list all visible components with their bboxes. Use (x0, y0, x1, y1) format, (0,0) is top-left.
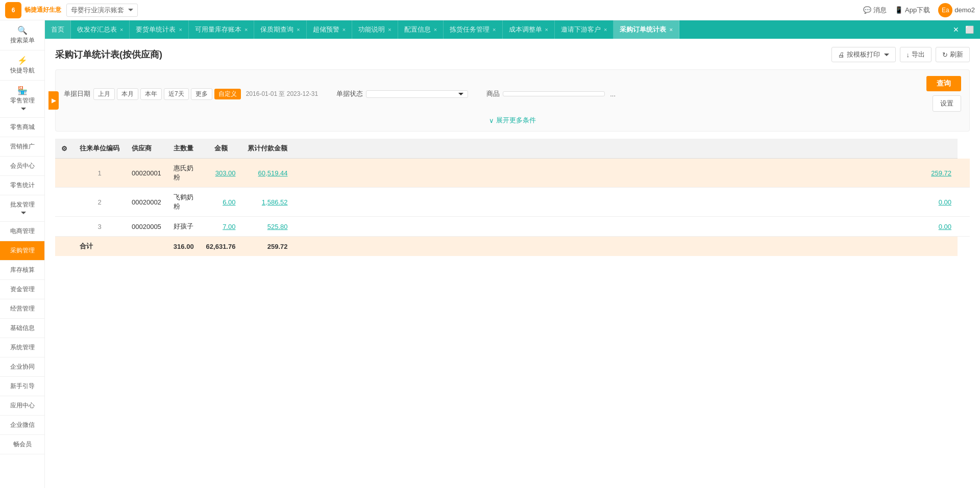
app-download-label: App下载 (905, 6, 930, 15)
footer-gear (55, 237, 74, 256)
expand-label: 展开更多条件 (496, 116, 536, 125)
tab-close-all-btn[interactable]: ✕ (951, 24, 961, 35)
sidebar-item-wholesale-mgmt[interactable]: 批发管理 (0, 195, 44, 222)
tab-config-info-close[interactable]: × (434, 27, 437, 33)
sidebar-item-retail-shop[interactable]: 零售商城 (0, 118, 44, 137)
filter-more-btn[interactable]: ... (608, 90, 618, 98)
col-supplier: 供应商 (126, 139, 167, 159)
sidebar-item-enterprise-wechat[interactable]: 企业微信 (0, 416, 44, 435)
tab-cost-adjust-close[interactable]: × (545, 27, 548, 33)
tab-goods-stats[interactable]: 要货单统计表 × (130, 20, 188, 39)
footer-qty: 316.00 (167, 237, 200, 256)
print-button[interactable]: 🖨 按模板打印 (831, 47, 896, 62)
sidebar-item-vip[interactable]: 畅会员 (0, 435, 44, 454)
sidebar-item-ecommerce[interactable]: 电商管理 (0, 222, 44, 241)
row-paid[interactable]: 0.00 (293, 188, 958, 217)
main-content: 首页 收发存汇总表 × 要货单统计表 × 可用量库存账本 × 保质期查询 × 超… (45, 20, 980, 488)
tab-invite-downstream-close[interactable]: × (604, 27, 607, 33)
tab-maximize-btn[interactable]: ⬜ (963, 24, 976, 35)
tab-invite-downstream[interactable]: 邀请下游客户 × (555, 20, 614, 39)
sidebar-item-retail-stats[interactable]: 零售统计 (0, 176, 44, 195)
date-btn-7days[interactable]: 近7天 (164, 88, 189, 100)
goods-filter-label: 商品 (486, 89, 500, 98)
filter-collapse-btn[interactable]: ▶ (48, 91, 59, 110)
settings-button[interactable]: 设置 (933, 95, 961, 112)
date-filter-label: 单据日期 (64, 89, 90, 98)
refresh-button[interactable]: ↻ 刷新 (936, 47, 970, 62)
tab-available-stock-close[interactable]: × (244, 27, 248, 33)
app-download-action[interactable]: 📱 App下载 (895, 6, 930, 15)
date-shortcuts: 上月 本月 本年 近7天 更多 自定义 (93, 88, 241, 100)
tab-warranty-close[interactable]: × (297, 27, 300, 33)
sidebar-item-system-label: 系统管理 (2, 343, 42, 352)
sidebar-item-inventory-check[interactable]: 库存核算 (0, 261, 44, 280)
sidebar-item-purchase-mgmt[interactable]: 采购管理 (0, 241, 44, 261)
tab-pick-task[interactable]: 拣货任务管理 × (444, 20, 502, 39)
date-btn-more[interactable]: 更多 (191, 88, 212, 100)
user-profile[interactable]: Ea demo2 (938, 3, 975, 17)
status-select[interactable] (366, 90, 468, 98)
tab-overstock[interactable]: 超储预警 × (307, 20, 352, 39)
goods-input[interactable] (503, 91, 605, 96)
sidebar-item-enterprise-collab[interactable]: 企业协同 (0, 357, 44, 377)
workspace-dropdown-icon (128, 9, 133, 11)
date-btn-this-year[interactable]: 本年 (140, 88, 162, 100)
date-btn-this-month[interactable]: 本月 (117, 88, 138, 100)
tab-purchase-stats-label: 采购订单统计表 (620, 25, 666, 34)
sidebar-item-system[interactable]: 系统管理 (0, 338, 44, 357)
sidebar-item-retail-mgmt-label: 零售管理 (2, 96, 42, 105)
page-header: 采购订单统计表(按供应商) 🖨 按模板打印 ↓ 导出 ↻ (55, 47, 970, 62)
sidebar-item-operation[interactable]: 经营管理 (0, 299, 44, 319)
sidebar-item-search[interactable]: 🔍 搜索菜单 (0, 20, 44, 50)
sidebar-item-retail-mgmt[interactable]: 🏪 零售管理 (0, 81, 44, 118)
tab-overstock-close[interactable]: × (342, 27, 346, 33)
export-button[interactable]: ↓ 导出 (900, 47, 932, 62)
tab-warranty-label: 保质期查询 (260, 25, 293, 34)
tab-pick-task-close[interactable]: × (493, 27, 496, 33)
date-start: 2016-01-01 (246, 90, 277, 97)
tab-purchase-stats[interactable]: 采购订单统计表 × (614, 20, 679, 39)
tab-function-desc-close[interactable]: × (388, 27, 391, 33)
message-action[interactable]: 💬 消息 (863, 6, 887, 15)
sidebar-item-basic-info-label: 基础信息 (2, 324, 42, 332)
tab-cost-adjust[interactable]: 成本调整单 × (503, 20, 555, 39)
row-num: 3 (74, 217, 126, 237)
sidebar-item-operation-label: 经营管理 (2, 304, 42, 313)
row-qty[interactable]: 7.00 (200, 217, 242, 237)
query-button[interactable]: 查询 (926, 76, 961, 91)
tab-warranty[interactable]: 保质期查询 × (254, 20, 306, 39)
sidebar-item-new-guide[interactable]: 新手引导 (0, 377, 44, 396)
sidebar-item-marketing[interactable]: 营销推广 (0, 137, 44, 157)
row-qty[interactable]: 6.00 (200, 188, 242, 217)
date-btn-last-month[interactable]: 上月 (93, 88, 115, 100)
tab-config-info[interactable]: 配置信息 × (398, 20, 444, 39)
sidebar-item-finance[interactable]: 资金管理 (0, 280, 44, 299)
row-paid[interactable]: 259.72 (293, 159, 958, 188)
row-qty[interactable]: 303.00 (200, 159, 242, 188)
col-extra (293, 139, 958, 159)
refresh-icon: ↻ (942, 51, 948, 59)
row-paid[interactable]: 0.00 (293, 217, 958, 237)
tab-purchase-stats-close[interactable]: × (669, 27, 672, 33)
sidebar-item-member-center[interactable]: 会员中心 (0, 157, 44, 176)
sidebar-item-purchase-mgmt-label: 采购管理 (2, 246, 42, 255)
tab-function-desc[interactable]: 功能说明 × (352, 20, 398, 39)
date-end: 2023-12-31 (287, 90, 318, 97)
row-amount[interactable]: 525.80 (241, 217, 293, 237)
tab-receipt-summary[interactable]: 收发存汇总表 × (71, 20, 130, 39)
row-amount[interactable]: 60,519.44 (241, 159, 293, 188)
sidebar-item-basic-info[interactable]: 基础信息 (0, 319, 44, 338)
row-amount[interactable]: 1,586.52 (241, 188, 293, 217)
expand-btn[interactable]: ∨ 展开更多条件 (489, 116, 536, 125)
workspace-selector[interactable]: 母婴行业演示账套 (66, 4, 138, 17)
status-filter-label: 单据状态 (336, 89, 363, 98)
tab-goods-stats-close[interactable]: × (179, 27, 182, 33)
tab-receipt-summary-close[interactable]: × (120, 27, 123, 33)
tab-home[interactable]: 首页 (45, 20, 71, 39)
sidebar-item-quick-nav[interactable]: ⚡ 快捷导航 (0, 50, 44, 81)
table-gear-icon[interactable]: ⚙ (61, 145, 67, 152)
tab-available-stock[interactable]: 可用量库存账本 × (189, 20, 254, 39)
row-code: 00020005 (126, 217, 167, 237)
sidebar-item-app-center[interactable]: 应用中心 (0, 396, 44, 416)
avatar-initials: Ea (942, 7, 949, 14)
